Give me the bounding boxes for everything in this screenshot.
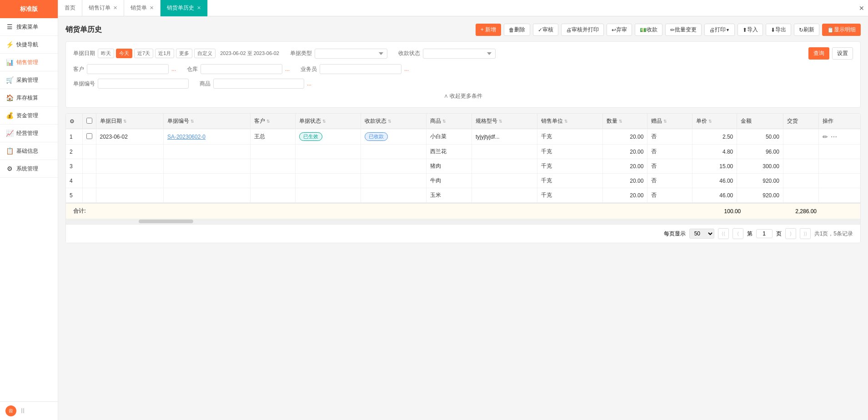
tab-sales-invoice[interactable]: 销货单 ✕ (124, 0, 161, 16)
th-gift[interactable]: 赠品 ⇅ (647, 114, 692, 129)
page-title: 销货单历史 (65, 25, 102, 35)
collect-button[interactable]: 💵 收款 (635, 24, 662, 36)
sidebar-item-quick-nav[interactable]: ⚡ 快捷导航 (0, 36, 58, 54)
sidebar-item-search-menu[interactable]: ☰ 搜索菜单 (0, 18, 58, 36)
th-date[interactable]: 单据日期 ⇅ (96, 114, 163, 129)
select-all-checkbox[interactable] (86, 118, 92, 124)
cell-doc-status: 已生效 (295, 129, 361, 145)
goods-input[interactable] (213, 79, 304, 89)
th-price-label: 单价 (696, 117, 707, 125)
date-btn-more[interactable]: 更多 (176, 49, 192, 58)
customer-input[interactable] (87, 64, 169, 74)
scrollbar-thumb[interactable] (139, 220, 193, 223)
cell-pay-status (361, 188, 426, 203)
delete-button[interactable]: 🗑 删除 (504, 24, 530, 36)
sidebar-item-basic-info[interactable]: 📋 基础信息 (0, 142, 58, 160)
first-page-button[interactable]: ⟨⟨ (718, 228, 729, 239)
date-btn-yesterday[interactable]: 昨天 (98, 49, 114, 58)
export-icon: ⬇ (771, 27, 775, 33)
approve-button[interactable]: ✓ 审核 (533, 24, 558, 36)
sales-mgmt-icon: 📊 (5, 58, 14, 66)
date-btn-7days[interactable]: 近7天 (134, 49, 153, 58)
doc-no-input[interactable] (98, 79, 189, 89)
sidebar-item-label: 系统管理 (16, 165, 38, 173)
refresh-button[interactable]: ↻ 刷新 (794, 24, 819, 36)
tab-sales-history[interactable]: 销货单历史 ✕ (161, 0, 208, 16)
staff-input[interactable] (320, 64, 401, 74)
th-doc-status[interactable]: 单据状态 ⇅ (295, 114, 361, 129)
th-unit[interactable]: 销售单位 ⇅ (537, 114, 602, 129)
th-goods[interactable]: 商品 ⇅ (426, 114, 472, 129)
cell-doc-no: SA-20230602-0 (163, 129, 250, 145)
date-btn-custom[interactable]: 自定义 (194, 49, 216, 58)
show-details-button[interactable]: 📋 显示明细 (822, 24, 861, 36)
horizontal-scrollbar[interactable] (66, 219, 860, 224)
sidebar-collapse-icon[interactable]: ⏸ (19, 407, 26, 415)
current-page-input[interactable] (756, 229, 773, 238)
row-checkbox[interactable] (86, 133, 92, 139)
th-doc-no[interactable]: 单据编号 ⇅ (163, 114, 250, 129)
new-button[interactable]: + 新增 (476, 24, 501, 36)
payment-status-select[interactable] (423, 49, 496, 59)
refresh-icon: ↻ (799, 27, 803, 33)
goods-select-btn[interactable]: ... (307, 80, 311, 87)
user-avatar[interactable]: 齿 (5, 405, 16, 416)
import-button[interactable]: ⬆ 导入 (738, 24, 763, 36)
th-settings[interactable]: ⚙ (66, 114, 82, 129)
window-close-button[interactable]: ✕ (859, 5, 864, 12)
sidebar-item-label: 资金管理 (16, 112, 38, 120)
page-size-select[interactable]: 50 100 (689, 229, 714, 239)
export-button[interactable]: ⬇ 导出 (766, 24, 791, 36)
sidebar-item-sales-mgmt[interactable]: 📊 销售管理 (0, 54, 58, 71)
th-pay-status[interactable]: 收款状态 ⇅ (361, 114, 426, 129)
print-approve-button[interactable]: 🖨 审核并打印 (561, 24, 604, 36)
th-price[interactable]: 单价 ⇅ (692, 114, 737, 129)
sidebar-item-system[interactable]: ⚙ 系统管理 (0, 160, 58, 178)
cell-checkbox[interactable] (82, 159, 96, 174)
sidebar-item-operations[interactable]: 📈 经营管理 (0, 125, 58, 142)
next-page-button[interactable]: ⟩ (785, 228, 796, 239)
cell-checkbox[interactable] (82, 188, 96, 203)
cell-checkbox[interactable] (82, 129, 96, 145)
more-icon[interactable]: ⋯ (831, 133, 837, 140)
th-pay-status-label: 收款状态 (365, 117, 386, 125)
th-spec[interactable]: 规格型号 ⇅ (472, 114, 537, 129)
doc-no-link[interactable]: SA-20230602-0 (167, 134, 206, 140)
doc-type-select[interactable] (315, 49, 387, 59)
tab-sales-invoice-close[interactable]: ✕ (150, 5, 154, 11)
date-btn-today[interactable]: 今天 (116, 49, 132, 58)
sidebar-item-finance[interactable]: 💰 资金管理 (0, 107, 58, 125)
tab-sales-order[interactable]: 销售订单 ✕ (82, 0, 124, 16)
warehouse-select-btn[interactable]: ... (285, 66, 290, 72)
th-customer[interactable]: 客户 ⇅ (251, 114, 295, 129)
cell-gift: 否 (647, 159, 692, 174)
cell-qty: 20.00 (602, 174, 647, 188)
cell-checkbox[interactable] (82, 145, 96, 159)
sidebar-item-inventory[interactable]: 🏠 库存核算 (0, 89, 58, 107)
collapse-button[interactable]: ∧ 收起更多条件 (73, 90, 853, 102)
doc-type-filter: 单据类型 (290, 49, 387, 59)
edit-icon[interactable]: ✏ (823, 133, 828, 140)
cell-doc-no (163, 188, 250, 203)
filter-row-1: 单据日期 昨天 今天 近7天 近1月 更多 自定义 2023-06-02 至 2… (73, 47, 853, 60)
payment-status-label: 收款状态 (398, 50, 420, 57)
cell-date (96, 174, 163, 188)
tab-home[interactable]: 首页 (58, 0, 82, 16)
date-btn-1month[interactable]: 近1月 (155, 49, 174, 58)
last-page-button[interactable]: ⟩⟩ (800, 228, 811, 239)
sidebar-item-purchase-mgmt[interactable]: 🛒 采购管理 (0, 71, 58, 89)
warehouse-input[interactable] (201, 64, 282, 74)
cell-checkbox[interactable] (82, 174, 96, 188)
th-qty[interactable]: 数量 ⇅ (602, 114, 647, 129)
settings-button[interactable]: 设置 (832, 47, 853, 60)
staff-select-btn[interactable]: ... (404, 66, 409, 72)
abandon-button[interactable]: ↩ 弃审 (607, 24, 632, 36)
print-button[interactable]: 🖨 打印 ▼ (704, 24, 735, 36)
prev-page-button[interactable]: ⟨ (733, 228, 743, 239)
query-button[interactable]: 查询 (808, 47, 829, 60)
customer-select-btn[interactable]: ... (171, 66, 176, 72)
tab-sales-history-close[interactable]: ✕ (197, 5, 201, 11)
tab-sales-order-close[interactable]: ✕ (113, 5, 117, 11)
cell-gift: 否 (647, 129, 692, 145)
batch-change-button[interactable]: ✏ 批量变更 (665, 24, 702, 36)
